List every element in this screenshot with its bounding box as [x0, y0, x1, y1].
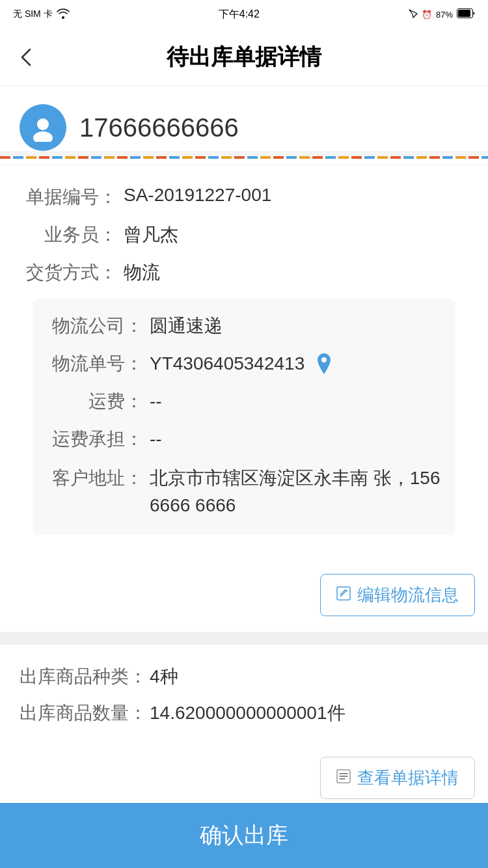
user-section: 17666666666 [0, 86, 488, 151]
delivery-method-row: 交货方式： 物流 [20, 260, 468, 285]
edit-btn-label: 编辑物流信息 [357, 584, 459, 606]
svg-point-2 [37, 118, 49, 130]
freight-bearer-row: 运费承担： -- [46, 427, 442, 452]
status-time: 下午4:42 [219, 8, 260, 21]
delivery-method-value: 物流 [124, 260, 468, 285]
delivery-method-label: 交货方式： [20, 260, 124, 285]
status-left: 无 SIM 卡 [13, 8, 70, 21]
confirm-btn-label: 确认出库 [200, 821, 288, 850]
edit-icon [336, 585, 351, 605]
view-details-button[interactable]: 查看单据详情 [320, 757, 475, 799]
address-label: 客户地址： [46, 465, 150, 491]
wifi-icon [57, 8, 70, 21]
goods-quantity-row: 出库商品数量： 14.620000000000001件 [20, 701, 468, 726]
carrier-text: 无 SIM 卡 [13, 8, 53, 20]
freight-bearer-label: 运费承担： [46, 427, 150, 452]
logistics-company-value: 圆通速递 [150, 314, 442, 338]
location-arrow-icon [409, 9, 418, 20]
confirm-button[interactable]: 确认出库 [0, 803, 488, 868]
freight-bearer-value: -- [150, 429, 442, 450]
battery-icon [457, 8, 475, 21]
freight-value: -- [150, 391, 442, 412]
salesman-row: 业务员： 曾凡杰 [20, 223, 468, 247]
avatar [20, 104, 66, 151]
logistics-company-label: 物流公司： [46, 314, 150, 338]
location-pin-icon[interactable] [314, 353, 334, 374]
goods-types-row: 出库商品种类： 4种 [20, 664, 468, 689]
nav-bar: 待出库单据详情 [0, 29, 488, 86]
address-row: 客户地址： 北京市市辖区海淀区永丰南 张，156 6666 6666 [46, 465, 442, 519]
goods-quantity-label: 出库商品数量： [20, 701, 150, 726]
logistics-card: 物流公司： 圆通速递 物流单号： YT4306405342413 运费： -- [33, 298, 455, 535]
tracking-no-row: 物流单号： YT4306405342413 [46, 351, 442, 376]
salesman-value: 曾凡杰 [124, 223, 468, 247]
dashed-separator-wrapper [0, 156, 488, 164]
tracking-no-value: YT4306405342413 [150, 353, 442, 374]
goods-types-label: 出库商品种类： [20, 664, 150, 689]
alarm-icon: ⏰ [422, 10, 432, 20]
edit-logistics-button[interactable]: 编辑物流信息 [320, 574, 475, 616]
goods-section: 出库商品种类： 4种 出库商品数量： 14.620000000000001件 [0, 645, 488, 750]
status-bar: 无 SIM 卡 下午4:42 ⏰ 87% [0, 0, 488, 29]
order-info-section: 单据编号： SA-20191227-001 业务员： 曾凡杰 交货方式： 物流 … [0, 165, 488, 567]
svg-rect-1 [458, 10, 470, 17]
order-no-label: 单据编号： [20, 185, 124, 210]
order-no-row: 单据编号： SA-20191227-001 [20, 185, 468, 210]
freight-label: 运费： [46, 389, 150, 414]
edit-btn-row: 编辑物流信息 [0, 567, 488, 632]
goods-types-value: 4种 [150, 664, 178, 689]
back-button[interactable] [18, 49, 34, 65]
goods-quantity-value: 14.620000000000001件 [150, 701, 346, 726]
section-divider [0, 632, 488, 645]
svg-point-3 [33, 131, 53, 142]
status-right: ⏰ 87% [409, 8, 475, 21]
list-icon [336, 768, 351, 788]
user-phone: 17666666666 [79, 113, 239, 142]
tracking-no-label: 物流单号： [46, 351, 150, 376]
salesman-label: 业务员： [20, 223, 124, 247]
battery-text: 87% [436, 10, 453, 20]
view-details-label: 查看单据详情 [357, 766, 459, 789]
dashed-separator [0, 156, 488, 159]
logistics-company-row: 物流公司： 圆通速递 [46, 314, 442, 338]
freight-row: 运费： -- [46, 389, 442, 414]
page-title: 待出库单据详情 [167, 42, 321, 72]
address-value: 北京市市辖区海淀区永丰南 张，156 6666 6666 [150, 465, 442, 519]
order-no-value: SA-20191227-001 [124, 185, 468, 206]
